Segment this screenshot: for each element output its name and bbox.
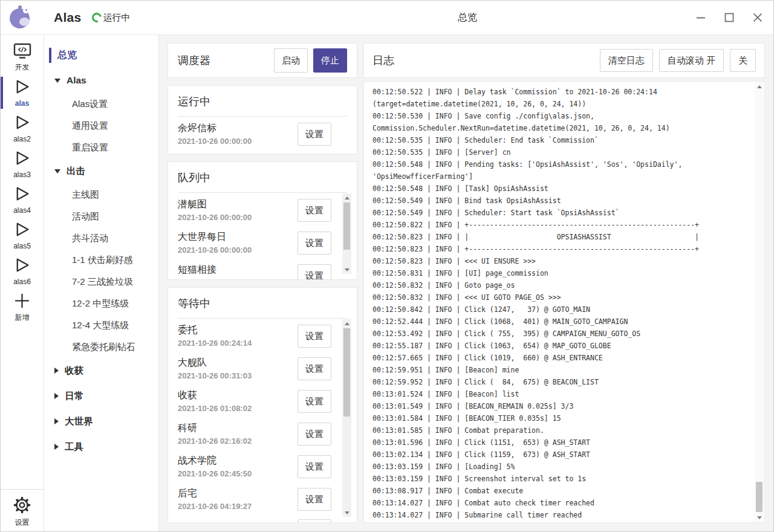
log-line: 00:12:50.548 | INFO | [Task] OpsiAshAssi… — [372, 183, 745, 195]
log-line: 00:12:53.492 | INFO | Click ( 755, 395) … — [372, 328, 745, 340]
task-row: 后宅 2021-10-26 04:19:27 设置 — [178, 482, 331, 514]
log-line: 00:12:59.952 | INFO | Click ( 84, 675) @… — [372, 376, 745, 388]
scroll-down-icon[interactable] — [342, 265, 351, 274]
log-line: 00:13:08.917 | INFO | Combat execute — [372, 485, 745, 497]
menu-item-7-2[interactable]: 7-2 三战捡垃圾 — [44, 271, 158, 293]
task-name: 大世界每日 — [178, 230, 298, 244]
clear-log-button[interactable]: 清空日志 — [600, 49, 653, 72]
menu-group-attack[interactable]: 出击 — [44, 158, 158, 184]
close-icon[interactable] — [752, 11, 764, 24]
menu-group-alas[interactable]: Alas — [44, 68, 158, 93]
app-name: Alas — [54, 10, 82, 25]
task-row: 商店购买 设置 — [178, 514, 331, 523]
sidebar-item-alas3[interactable]: alas3 — [1, 146, 44, 182]
menu-item-event-map[interactable]: 活动图 — [44, 206, 158, 227]
menu-item-general-settings[interactable]: 通用设置 — [44, 115, 158, 137]
log-line: 00:12:50.822 | INFO | +-----------------… — [372, 219, 745, 231]
waiting-task-list: 委托 2021-10-26 00:24:14 设置 大舰队 2021-10-26… — [178, 319, 347, 523]
chevron-down-icon — [54, 79, 60, 83]
task-setting-button[interactable]: 设置 — [298, 123, 331, 146]
plus-icon — [13, 292, 31, 312]
task-next-run-time: 2021-10-26 00:24:14 — [178, 338, 298, 349]
log-line: 00:12:52.444 | INFO | Click (1068, 401) … — [372, 316, 745, 328]
task-row: 战术学院 2021-10-26 02:45:50 设置 — [178, 449, 331, 482]
gear-icon — [13, 496, 31, 517]
sidebar-item-alas[interactable]: alas — [1, 75, 44, 111]
menu-group-daily[interactable]: 日常 — [44, 383, 158, 409]
sidebar-item-alas6[interactable]: alas6 — [1, 253, 44, 289]
autoscroll-off-button[interactable]: 关 — [730, 49, 756, 72]
scroll-down-icon[interactable] — [342, 508, 351, 517]
play-icon — [13, 185, 31, 205]
scroll-up-icon[interactable] — [755, 82, 764, 91]
task-name: 大舰队 — [178, 356, 298, 369]
task-setting-button[interactable]: 设置 — [298, 325, 331, 348]
log-line: 00:13:01.524 | INFO | [Beacon] list — [372, 388, 745, 400]
menu-group-harvest[interactable]: 收获 — [44, 358, 158, 383]
code-monitor-icon — [13, 43, 31, 62]
menu-item-1-1[interactable]: 1-1 伏击刷好感 — [44, 249, 158, 271]
alas-logo-icon — [10, 5, 33, 30]
autoscroll-on-button[interactable]: 自动滚动 开 — [659, 49, 724, 72]
sidebar-item-add-instance[interactable]: 新增 — [1, 289, 44, 325]
app-window: Alas 运行中 总览 — [0, 0, 774, 532]
scroll-down-icon[interactable] — [755, 513, 764, 522]
scheduler-status: 运行中 — [92, 12, 131, 24]
instance-sidebar: 开发 alas alas2 alas3 — [1, 35, 44, 531]
scroll-up-icon[interactable] — [342, 193, 351, 202]
scrollbar — [755, 82, 764, 522]
log-line: 00:12:50.823 | INFO | +-----------------… — [372, 243, 745, 255]
menu-item-coop-event[interactable]: 共斗活动 — [44, 227, 158, 249]
minimize-icon[interactable] — [695, 11, 707, 24]
log-line: 00:13:03.159 | INFO | Screenshot interva… — [372, 473, 745, 485]
scrollbar-thumb[interactable] — [343, 328, 350, 417]
task-row: 委托 2021-10-26 00:24:14 设置 — [178, 319, 331, 351]
sidebar-item-alas4[interactable]: alas4 — [1, 182, 44, 218]
running-title: 运行中 — [178, 94, 347, 109]
maximize-icon[interactable] — [723, 11, 735, 24]
active-indicator — [1, 77, 3, 109]
task-setting-button[interactable]: 设置 — [298, 232, 331, 255]
chevron-right-icon — [54, 444, 59, 450]
task-setting-button[interactable]: 设置 — [298, 423, 331, 446]
play-icon — [13, 256, 31, 276]
sidebar-item-settings[interactable]: 设置 — [1, 494, 44, 528]
sidebar-footer: 设置 — [1, 489, 44, 531]
task-setting-button[interactable]: 设置 — [298, 455, 331, 478]
task-setting-button[interactable]: 设置 — [298, 488, 331, 511]
scrollbar-thumb[interactable] — [756, 482, 763, 512]
log-line: 00:12:57.665 | INFO | Click (1019, 660) … — [372, 352, 745, 364]
scrollbar-thumb[interactable] — [343, 203, 350, 250]
log-panel-header: 日志 清空日志 自动滚动 开 关 — [363, 43, 765, 78]
task-setting-button[interactable]: 设置 — [298, 390, 331, 413]
menu-group-opsi[interactable]: 大世界 — [44, 409, 158, 434]
sidebar-item-alas5[interactable]: alas5 — [1, 218, 44, 253]
menu-item-main-map[interactable]: 主线图 — [44, 184, 158, 206]
sidebar-item-dev[interactable]: 开发 — [1, 39, 44, 75]
task-setting-button[interactable]: 设置 — [298, 519, 331, 523]
task-setting-button[interactable]: 设置 — [298, 357, 331, 380]
menu-item-overview[interactable]: 总览 — [44, 42, 158, 68]
task-next-run-time: 2021-10-26 02:45:50 — [178, 469, 298, 479]
waiting-title: 等待中 — [178, 296, 347, 311]
scheduler-start-button[interactable]: 启动 — [274, 48, 308, 73]
running-task-list: 余烬信标 2021-10-26 00:00:00 设置 — [178, 117, 347, 149]
task-setting-button[interactable]: 设置 — [298, 264, 331, 280]
scheduler-stop-button[interactable]: 停止 — [313, 48, 347, 73]
menu-item-12-2[interactable]: 12-2 中型练级 — [44, 293, 158, 314]
task-row: 收获 2021-10-26 01:08:02 设置 — [178, 384, 331, 417]
menu-group-tools[interactable]: 工具 — [44, 434, 158, 459]
sidebar-item-alas2[interactable]: alas2 — [1, 111, 44, 146]
task-setting-button[interactable]: 设置 — [298, 199, 331, 222]
menu-item-restart-settings[interactable]: 重启设置 — [44, 137, 158, 158]
task-name: 余烬信标 — [178, 122, 298, 135]
app-body: 开发 alas alas2 alas3 — [1, 35, 773, 531]
scheduler-title: 调度器 — [178, 53, 268, 68]
task-next-run-time: 2021-10-26 01:08:02 — [178, 403, 298, 414]
task-next-run-time: 2021-10-26 00:00:00 — [178, 212, 298, 223]
menu-item-urgent-commission[interactable]: 紧急委托刷钻石 — [44, 336, 158, 358]
log-line: 00:12:55.187 | INFO | Click (1063, 654) … — [372, 340, 745, 352]
scroll-up-icon[interactable] — [342, 319, 351, 328]
menu-item-alas-settings[interactable]: Alas设置 — [44, 93, 158, 115]
menu-item-12-4[interactable]: 12-4 大型练级 — [44, 314, 158, 336]
